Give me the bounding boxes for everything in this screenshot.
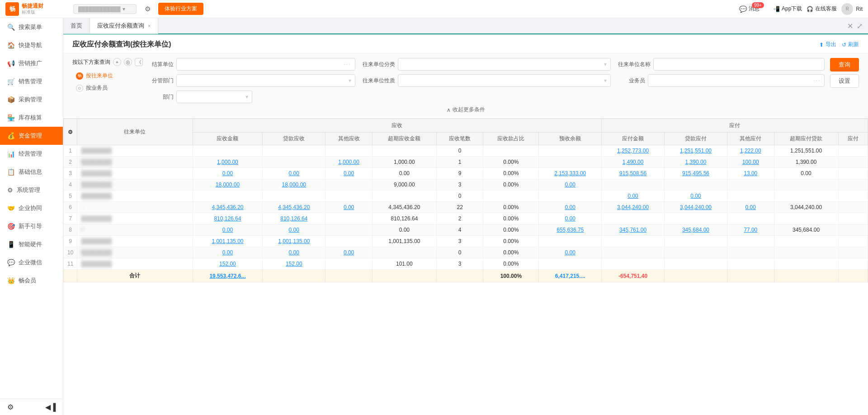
ar-count-header: 应收笔数 [436, 133, 483, 145]
ar-ratio-header: 应收款占比 [483, 133, 539, 145]
guide-icon: 🎯 [7, 223, 15, 230]
scheme-by-partner[interactable]: 畅 按往来单位 [72, 70, 143, 82]
edit-scheme-btn[interactable]: ◎ [124, 58, 132, 66]
table-row: 8P0.000.000.0040.00%655,636.75345,761.00… [64, 224, 868, 236]
avatar: R [841, 3, 853, 15]
sidebar: 🔍 搜索菜单 🏠 快捷导航 📢 营销推广 🛒 销售管理 📦 采购管理 🏪 库存核… [0, 18, 63, 415]
partner-nature-input[interactable]: ▾ [398, 74, 611, 87]
system-icon: ⚙ [7, 186, 13, 194]
partner-category-input[interactable]: ▾ [398, 58, 611, 71]
collab-icon: 🤝 [7, 205, 15, 212]
ar-other-header: 其他应收 [326, 133, 373, 145]
ap-amount-header: 应付金额 [602, 133, 665, 145]
filter-title: 按以下方案查询 [72, 58, 110, 66]
partner-category-label: 往来单位分类 [363, 61, 395, 68]
ap-overdue-header: 超期应付贷款 [774, 133, 838, 145]
sidebar-item-purchase[interactable]: 📦 采购管理 [0, 91, 63, 109]
dropdown-icon: ▾ [123, 6, 125, 12]
table-row: 3████████0.000.000.000.0090.00%2,153,333… [64, 168, 868, 179]
scheme-inactive-icon: ⊙ [76, 85, 83, 92]
department-input[interactable]: ▾ [176, 91, 252, 103]
sidebar-item-base[interactable]: 📋 基础信息 [0, 163, 63, 181]
ap-other-header: 其他应付 [727, 133, 774, 145]
tab-close-icon[interactable]: × [148, 23, 151, 29]
wechat-icon: 💬 [7, 259, 15, 266]
collapse-scheme-btn[interactable]: 《 [135, 58, 143, 66]
settings-col-header[interactable]: ⚙ [64, 119, 77, 145]
query-button[interactable]: 查询 [830, 58, 859, 72]
tab-bar: 首页 应收应付余额查询 × ✕ ⤢ [63, 18, 868, 34]
table-row: 10████████0.000.000.0000.00%0.00 [64, 247, 868, 258]
sidebar-item-hardware[interactable]: 📱 智能硬件 [0, 235, 63, 253]
table-row: 1████████01,252,773.001,251,551.001,222.… [64, 145, 868, 157]
finance-icon: 💰 [7, 132, 15, 139]
marketing-icon: 📢 [7, 60, 15, 67]
export-button[interactable]: ⬆ 导出 [819, 41, 836, 48]
sidebar-item-quicknav[interactable]: 🏠 快捷导航 [0, 36, 63, 54]
online-service-btn[interactable]: 🎧 在线客服 [807, 5, 837, 13]
company-selector[interactable]: ████████████ ▾ [73, 4, 137, 14]
hardware-icon: 📱 [7, 241, 15, 248]
department-label: 部门 [148, 93, 174, 101]
purchase-icon: 📦 [7, 96, 15, 103]
partner-name-input[interactable] [653, 58, 825, 71]
ar-overdue-header: 超期应收金额 [372, 133, 436, 145]
settlement-unit-input[interactable]: ··· [176, 58, 355, 71]
table-row: 4████████18,000.0018,000.009,000.0030.00… [64, 179, 868, 191]
home-icon: 🏠 [7, 42, 15, 49]
logo-icon: 畅 [5, 2, 19, 16]
table-row: 6~4,345,436.204,345,436.200.004,345,436.… [64, 202, 868, 213]
ar-amount-header: 应收金额 [193, 133, 263, 145]
refresh-button[interactable]: ↺ 刷新 [842, 41, 859, 48]
setting-button[interactable]: 设置 [830, 74, 859, 88]
sidebar-item-guide[interactable]: 🎯 新手引导 [0, 217, 63, 235]
base-icon: 📋 [7, 168, 15, 176]
page-title: 应收应付余额查询(按往来单位) [72, 40, 171, 49]
salesperson-input[interactable]: ··· [648, 74, 825, 87]
salesperson-label: 业务员 [618, 77, 645, 85]
dept-manager-label: 分管部门 [148, 77, 174, 85]
ap-loan-header: 贷款应付 [665, 133, 727, 145]
operations-icon: 📊 [7, 150, 15, 157]
sidebar-item-marketing[interactable]: 📢 营销推广 [0, 54, 63, 72]
scheme-by-salesperson[interactable]: ⊙ 按业务员 [72, 82, 143, 94]
refresh-icon: ↺ [842, 42, 846, 48]
table-row: 9████████1,001,135.001,001,135.001,001,1… [64, 236, 868, 247]
ap-last-header: 应付 [838, 133, 868, 145]
data-table: ⚙ 往来单位 应收 应付 应收金额 贷款应收 其他应收 超期应收金额 应收笔数 … [63, 119, 868, 282]
add-scheme-btn[interactable]: + [113, 58, 121, 66]
tab-home[interactable]: 首页 [63, 18, 90, 34]
sidebar-item-finance[interactable]: 💰 资金管理 [0, 127, 63, 145]
table-row: 5████████00.000.00 [64, 191, 868, 202]
dept-manager-input[interactable]: ▾ [176, 74, 355, 87]
member-icon: 👑 [7, 277, 15, 284]
total-row: 合计 19,553,472,6... 100.00% 6,417,215....… [64, 270, 868, 282]
sidebar-item-search[interactable]: 🔍 搜索菜单 [0, 18, 63, 36]
sidebar-item-wechat[interactable]: 💬 企业微信 [0, 253, 63, 272]
table-row: 7████████810,126.64810,126.64810,126.642… [64, 213, 868, 224]
inventory-icon: 🏪 [7, 114, 15, 121]
window-close-icon[interactable]: ✕ [847, 22, 853, 30]
settings-icon[interactable]: ⚙ [141, 3, 154, 15]
search-icon: 🔍 [7, 24, 15, 31]
settings-bottom-icon[interactable]: ⚙ [7, 403, 14, 411]
download-icon: 📲 [773, 6, 780, 12]
scheme-active-icon: 畅 [76, 72, 83, 80]
sidebar-item-member[interactable]: 👑 畅会员 [0, 272, 63, 290]
ar-prepay-header: 预收余额 [539, 133, 602, 145]
sidebar-item-operations[interactable]: 📊 经营管理 [0, 145, 63, 163]
sidebar-item-sales[interactable]: 🛒 销售管理 [0, 72, 63, 91]
sidebar-item-collab[interactable]: 🤝 企业协同 [0, 199, 63, 217]
collapse-sidebar-icon[interactable]: ◀▐ [45, 403, 56, 411]
window-maximize-icon[interactable]: ⤢ [857, 22, 863, 30]
app-download-btn[interactable]: 📲 App下载 [773, 5, 802, 13]
notifications-area[interactable]: 💬 消息 99+ [739, 5, 760, 13]
tab-arbalance[interactable]: 应收应付余额查询 × [90, 18, 158, 34]
promo-button[interactable]: 体验行业方案 [158, 3, 203, 15]
table-row: 11████████152.00152.00101.0030.00% [64, 258, 868, 270]
user-area[interactable]: R Rit [841, 3, 863, 15]
sidebar-item-inventory[interactable]: 🏪 库存核算 [0, 109, 63, 127]
collapse-filter-btn[interactable]: ∧ 收起更多条件 [447, 106, 485, 114]
table-row: 2████████1,000.001,000.001,000.0010.00%1… [64, 157, 868, 168]
sidebar-item-system[interactable]: ⚙ 系统管理 [0, 181, 63, 199]
